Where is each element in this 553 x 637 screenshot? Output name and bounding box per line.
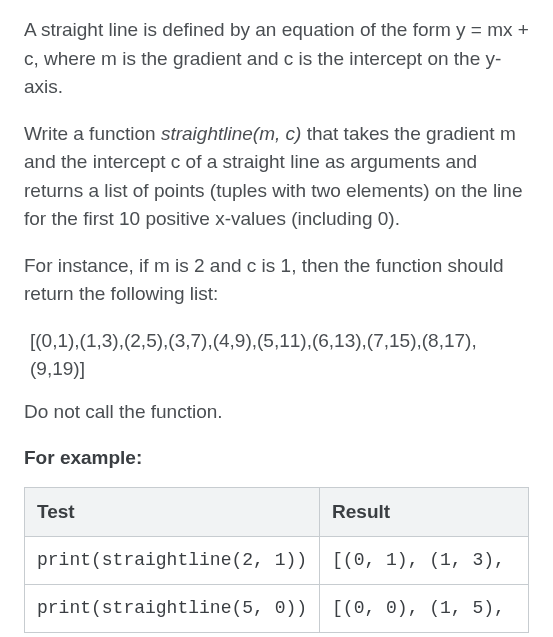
function-signature: straightline(m, c): [161, 123, 301, 144]
example-table: Test Result print(straightline(2, 1)) [(…: [24, 487, 529, 634]
intro-text-3: For instance, if m is 2 and c is 1, then…: [24, 255, 503, 305]
table-row: print(straightline(2, 1)) [(0, 1), (1, 3…: [25, 537, 529, 585]
table-cell-result: [(0, 1), (1, 3),: [320, 537, 529, 585]
table-cell-test: print(straightline(5, 0)): [25, 585, 320, 633]
intro-paragraph-3: For instance, if m is 2 and c is 1, then…: [24, 252, 529, 309]
for-example-text: For example:: [24, 447, 142, 468]
example-output-text: [(0,1),(1,3),(2,5),(3,7),(4,9),(5,11),(6…: [30, 330, 477, 380]
intro-text-5: Do not call the function.: [24, 401, 223, 422]
intro-paragraph-1: A straight line is defined by an equatio…: [24, 16, 529, 102]
intro-paragraph-2: Write a function straightline(m, c) that…: [24, 120, 529, 234]
table-cell-result: [(0, 0), (1, 5),: [320, 585, 529, 633]
table-header-test: Test: [25, 487, 320, 537]
intro-paragraph-5: Do not call the function.: [24, 398, 529, 427]
table-row: print(straightline(5, 0)) [(0, 0), (1, 5…: [25, 585, 529, 633]
example-output-list: [(0,1),(1,3),(2,5),(3,7),(4,9),(5,11),(6…: [24, 327, 529, 384]
for-example-heading: For example:: [24, 444, 529, 473]
table-cell-test: print(straightline(2, 1)): [25, 537, 320, 585]
intro-text-1: A straight line is defined by an equatio…: [24, 19, 529, 97]
table-header-row: Test Result: [25, 487, 529, 537]
table-header-result: Result: [320, 487, 529, 537]
intro-text-2-pre: Write a function: [24, 123, 161, 144]
